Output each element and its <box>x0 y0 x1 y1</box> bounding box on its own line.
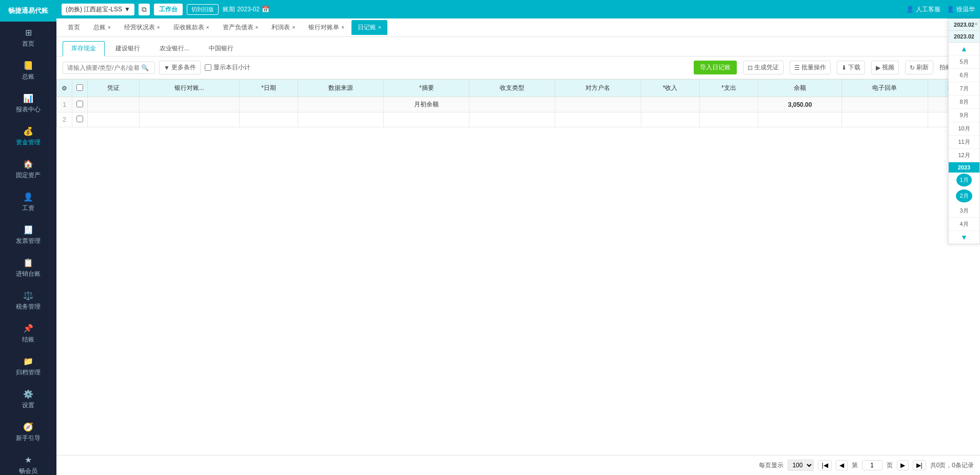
date-month-9[interactable]: 9月 <box>949 109 979 122</box>
user-profile[interactable]: 👤 徐温华 <box>947 5 975 14</box>
company-selector[interactable]: (勿换) 江西超宝-LSS ▼ <box>62 4 134 15</box>
app-logo[interactable]: 畅捷通易代账 <box>0 0 56 22</box>
avatar-icon: 👤 <box>947 6 954 13</box>
sidebar-item-assets[interactable]: 🏠 固定资产 <box>0 153 56 186</box>
tab-profit[interactable]: 利润表 × <box>265 20 301 35</box>
prev-page-button[interactable]: ◀ <box>836 460 848 470</box>
subtab-abc[interactable]: 农业银行... <box>151 41 198 56</box>
date-month-12[interactable]: 12月 <box>949 149 979 162</box>
show-today-toggle[interactable]: 显示本日小计 <box>205 63 250 72</box>
th-check[interactable] <box>72 80 88 97</box>
row-check[interactable] <box>72 112 88 127</box>
tab-journal[interactable]: 日记账 × <box>351 20 387 35</box>
date-month-4[interactable]: 4月 <box>949 218 979 231</box>
workspace-button[interactable]: 工作台 <box>154 4 183 15</box>
date-panel: 2023.02 × 2023.02 ▲ 5月 6月 7月 8月 9月 10月 1… <box>948 18 980 244</box>
sidebar-item-guide[interactable]: 🧭 新手引导 <box>0 416 56 449</box>
tab-business[interactable]: 经营状况表 × <box>118 20 166 35</box>
th-settings[interactable]: ⚙ <box>57 80 72 97</box>
date-month-7[interactable]: 7月 <box>949 82 979 96</box>
page-input[interactable] <box>862 460 883 470</box>
gen-voucher-button[interactable]: ⊡ 生成凭证 <box>743 61 783 74</box>
row-checkbox[interactable] <box>76 101 83 107</box>
first-page-button[interactable]: |◀ <box>818 460 831 470</box>
sidebar-item-tax[interactable]: ⚖️ 税务管理 <box>0 284 56 317</box>
tab-bank-close[interactable]: × <box>341 25 344 30</box>
tab-ledger-close[interactable]: × <box>108 25 111 30</box>
sidebar-item-salary[interactable]: 👤 工资 <box>0 186 56 219</box>
sidebar-item-archive[interactable]: 📁 归档管理 <box>0 350 56 383</box>
row-income <box>641 97 699 112</box>
home-icon: ⊞ <box>25 28 32 37</box>
date-month-3[interactable]: 3月 <box>949 204 979 218</box>
sidebar-item-reports[interactable]: 📊 报表中心 <box>0 87 56 120</box>
year-2023-label[interactable]: 2023 <box>949 162 979 173</box>
search-icon[interactable]: 🔍 <box>141 64 149 71</box>
row-expense <box>699 97 758 112</box>
row-num: 1 <box>57 97 72 112</box>
th-summary: *摘要 <box>384 80 469 97</box>
sidebar-item-invoice[interactable]: 🧾 发票管理 <box>0 219 56 252</box>
video-label: 视频 <box>882 63 894 72</box>
date-panel-close[interactable]: × <box>974 21 978 28</box>
row-check[interactable] <box>72 97 88 112</box>
tab-bank[interactable]: 银行对账单 × <box>302 20 350 35</box>
subtab-cash[interactable]: 库存现金 <box>63 41 105 56</box>
batch-icon: ☰ <box>794 64 800 71</box>
sidebar-item-label: 发票管理 <box>16 237 41 245</box>
row-checkbox[interactable] <box>76 116 83 122</box>
subtab-ccb[interactable]: 建设银行 <box>107 41 149 56</box>
date-month-10[interactable]: 10月 <box>949 122 979 136</box>
video-button[interactable]: ▶ 视频 <box>871 61 899 74</box>
per-page-select[interactable]: 100 <box>788 460 814 471</box>
filter-button[interactable]: ▼ 更多条件 <box>159 61 201 74</box>
date-scroll-up[interactable]: ▲ <box>949 43 979 55</box>
tab-ledger[interactable]: 总账 × <box>87 20 117 35</box>
per-page-label: 每页显示 <box>759 461 783 470</box>
sidebar-item-finance[interactable]: 💰 资金管理 <box>0 120 56 153</box>
last-page-button[interactable]: ▶| <box>913 460 926 470</box>
date-month-8[interactable]: 8月 <box>949 96 979 109</box>
table-row: 1 月初余额 3,050.00 <box>57 97 980 112</box>
sidebar-item-home[interactable]: ⊞ 首页 <box>0 22 56 54</box>
tab-balance[interactable]: 资产负债表 × <box>217 20 265 35</box>
batch-button[interactable]: ☰ 批量操作 <box>790 61 831 74</box>
vip-icon: ★ <box>25 455 32 465</box>
import-journal-button[interactable]: 导入日记账 <box>694 61 737 74</box>
period-display: 账期 2023-02 📅 <box>223 5 269 14</box>
check-all[interactable] <box>76 84 83 91</box>
switch-version-button[interactable]: 切到旧版 <box>187 4 219 15</box>
date-month-11[interactable]: 11月 <box>949 136 979 149</box>
sidebar-item-close[interactable]: 📌 结账 <box>0 317 56 350</box>
tab-receivable-close[interactable]: × <box>206 25 209 30</box>
tab-receivable[interactable]: 应收账款表 × <box>167 20 215 35</box>
show-today-checkbox[interactable] <box>205 64 211 71</box>
date-month-6[interactable]: 6月 <box>949 69 979 82</box>
sidebar-item-vip[interactable]: ★ 畅会员 <box>0 449 56 475</box>
tab-business-close[interactable]: × <box>157 25 160 30</box>
date-month-5[interactable]: 5月 <box>949 55 979 69</box>
tab-journal-close[interactable]: × <box>378 25 381 30</box>
date-month-2-active[interactable]: 2月 <box>956 189 972 203</box>
copy-button[interactable]: ⧉ <box>139 4 150 15</box>
tab-balance-close[interactable]: × <box>256 25 259 30</box>
next-page-button[interactable]: ▶ <box>897 460 909 470</box>
page-label-prefix: 第 <box>852 461 858 470</box>
sidebar-item-settings[interactable]: ⚙️ 设置 <box>0 383 56 416</box>
search-input[interactable] <box>67 64 139 71</box>
sidebar-item-purchase[interactable]: 📋 进销台账 <box>0 252 56 284</box>
date-scroll-down[interactable]: ▼ <box>949 231 979 244</box>
customer-service[interactable]: 👤 人工客服 <box>906 5 940 14</box>
period-edit-icon[interactable]: 📅 <box>262 6 269 13</box>
table-row: 2 <box>57 112 980 127</box>
date-month-1[interactable]: 1月 <box>956 174 972 187</box>
refresh-button[interactable]: ↻ 刷新 <box>905 61 933 74</box>
subtab-boc[interactable]: 中国银行 <box>200 41 242 56</box>
tab-home[interactable]: 首页 <box>62 20 86 35</box>
row-type <box>469 112 555 127</box>
tab-profit-close[interactable]: × <box>292 25 295 30</box>
assets-icon: 🏠 <box>23 159 33 169</box>
row-num: 2 <box>57 112 72 127</box>
sidebar-item-ledger[interactable]: 📒 总账 <box>0 54 56 87</box>
download-button[interactable]: ⬇ 下载 <box>837 61 865 74</box>
